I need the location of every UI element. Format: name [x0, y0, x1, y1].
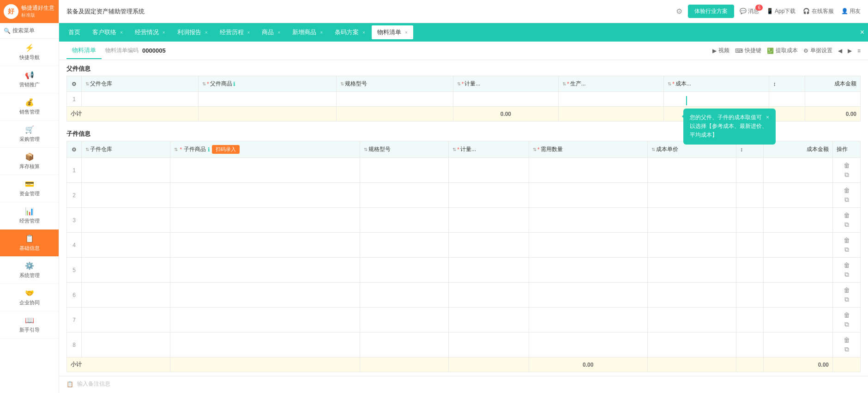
tab-close-history[interactable]: × [247, 30, 250, 35]
child-row5-spec[interactable] [360, 258, 448, 283]
parent-row1-warehouse[interactable] [82, 92, 199, 107]
copy-btn-7[interactable]: ⧉ [843, 320, 851, 329]
nav-prev-icon[interactable]: ◀ [838, 48, 842, 54]
nav-tab-profit[interactable]: 利润报告× [172, 25, 213, 39]
sidebar-item-collab[interactable]: 🤝企业协同 [0, 284, 59, 311]
tab-close-goods[interactable]: × [277, 30, 280, 35]
parent-row1-unit[interactable] [453, 92, 558, 107]
parent-th-settings[interactable]: ⚙ [67, 76, 82, 92]
parent-row1-goods[interactable] [198, 92, 336, 107]
nav-menu-icon[interactable]: ≡ [857, 48, 861, 54]
action-shortcut[interactable]: ⌨ 快捷键 [735, 47, 761, 54]
action-video[interactable]: ▶ 视频 [712, 47, 729, 54]
child-row8-unit-cost[interactable] [647, 333, 736, 357]
copy-btn-8[interactable]: ⧉ [843, 345, 851, 354]
child-row6-qty[interactable] [529, 283, 648, 308]
tab-close-new-goods[interactable]: × [320, 30, 323, 35]
child-row2-unit[interactable] [449, 183, 529, 208]
parent-row1-spec[interactable] [336, 92, 453, 107]
action-cost[interactable]: 💹 提取成本 [767, 47, 798, 54]
child-row1-unit[interactable] [449, 158, 529, 183]
delete-btn-6[interactable]: 🗑 [842, 285, 852, 295]
tab-close-customer[interactable]: × [120, 30, 123, 35]
child-row2-unit-cost[interactable] [647, 183, 736, 208]
child-row2-warehouse[interactable] [82, 183, 170, 208]
note-hint[interactable]: 输入备注信息 [77, 380, 110, 388]
child-row8-goods[interactable] [170, 333, 360, 357]
child-row4-unit-cost[interactable] [647, 233, 736, 258]
child-row4-warehouse[interactable] [82, 233, 170, 258]
tab-close-profit[interactable]: × [205, 30, 208, 35]
child-row7-warehouse[interactable] [82, 308, 170, 333]
nav-tab-home[interactable]: 首页 [63, 25, 86, 39]
child-row3-unit-cost[interactable] [647, 208, 736, 233]
delete-btn-7[interactable]: 🗑 [842, 310, 852, 320]
child-row1-qty[interactable] [529, 158, 648, 183]
delete-btn-8[interactable]: 🗑 [842, 335, 852, 345]
child-row3-unit[interactable] [449, 208, 529, 233]
child-row4-spec[interactable] [360, 233, 448, 258]
sidebar-item-purchase[interactable]: 🛒采购管理 [0, 121, 59, 148]
child-row5-qty[interactable] [529, 258, 648, 283]
tab-close-bom[interactable]: × [405, 30, 408, 35]
settings-icon[interactable]: ⚙ [676, 7, 682, 16]
child-row5-unit-cost[interactable] [647, 258, 736, 283]
child-row5-goods[interactable] [170, 258, 360, 283]
delete-btn-1[interactable]: 🗑 [842, 161, 852, 170]
child-row4-goods[interactable] [170, 233, 360, 258]
sidebar-item-guide[interactable]: 📖新手引导 [0, 311, 59, 339]
app-download[interactable]: 📱 App下载 [766, 7, 796, 15]
nav-tab-operation[interactable]: 经营情况× [129, 25, 171, 39]
sub-tab-bom-list[interactable]: 物料清单 [66, 42, 102, 59]
message-badge-wrap[interactable]: 💬 6 消息 [740, 7, 759, 15]
child-row8-warehouse[interactable] [82, 333, 170, 357]
delete-btn-5[interactable]: 🗑 [842, 260, 852, 270]
child-row3-goods[interactable] [170, 208, 360, 233]
child-row8-unit[interactable] [449, 333, 529, 357]
child-row7-goods[interactable] [170, 308, 360, 333]
online-service[interactable]: 🎧 在线客服 [803, 7, 833, 15]
delete-btn-2[interactable]: 🗑 [842, 186, 852, 195]
nav-tab-bom[interactable]: 物料清单× [372, 25, 413, 39]
parent-row1-cost[interactable] [664, 92, 769, 107]
sidebar-item-marketing[interactable]: 📢营销推广 [0, 66, 59, 93]
nav-close-all[interactable]: × [860, 28, 864, 36]
child-row5-warehouse[interactable] [82, 258, 170, 283]
copy-btn-4[interactable]: ⧉ [843, 245, 851, 254]
delete-btn-4[interactable]: 🗑 [842, 236, 852, 245]
child-row1-warehouse[interactable] [82, 158, 170, 183]
child-row4-unit[interactable] [449, 233, 529, 258]
parent-row1-production[interactable] [558, 92, 663, 107]
child-row7-spec[interactable] [360, 308, 448, 333]
scan-button[interactable]: 扫码录入 [212, 145, 240, 154]
child-row1-goods[interactable] [170, 158, 360, 183]
tooltip-close[interactable]: × [766, 113, 769, 122]
nav-tab-customer[interactable]: 客户联络× [87, 25, 128, 39]
child-th-settings[interactable]: ⚙ [67, 141, 82, 158]
child-row3-qty[interactable] [529, 208, 648, 233]
child-row2-spec[interactable] [360, 183, 448, 208]
tab-close-barcode[interactable]: × [362, 30, 365, 35]
sidebar-item-basic[interactable]: 📋基础信息 [0, 230, 59, 257]
child-row3-warehouse[interactable] [82, 208, 170, 233]
sidebar-item-quick-nav[interactable]: ⚡快捷导航 [0, 39, 59, 66]
child-row2-qty[interactable] [529, 183, 648, 208]
sidebar-item-sales[interactable]: 💰销售管理 [0, 93, 59, 121]
child-row8-spec[interactable] [360, 333, 448, 357]
copy-btn-2[interactable]: ⧉ [843, 195, 851, 205]
child-row4-qty[interactable] [529, 233, 648, 258]
nav-tab-barcode[interactable]: 条码方案× [329, 25, 371, 39]
child-row2-goods[interactable] [170, 183, 360, 208]
child-row6-spec[interactable] [360, 283, 448, 308]
child-row7-qty[interactable] [529, 308, 648, 333]
tab-close-operation[interactable]: × [163, 30, 165, 35]
try-button[interactable]: 体验行业方案 [688, 5, 734, 18]
child-row5-unit[interactable] [449, 258, 529, 283]
sidebar-item-finance[interactable]: 💳资金管理 [0, 175, 59, 202]
action-single-setting[interactable]: ⚙ 单据设置 [803, 47, 832, 54]
sidebar-search[interactable]: 🔍 搜索菜单 [0, 23, 59, 39]
child-row7-unit[interactable] [449, 308, 529, 333]
user-info[interactable]: 👤 用友 [841, 7, 861, 15]
child-row6-goods[interactable] [170, 283, 360, 308]
nav-next-icon[interactable]: ▶ [848, 48, 852, 54]
